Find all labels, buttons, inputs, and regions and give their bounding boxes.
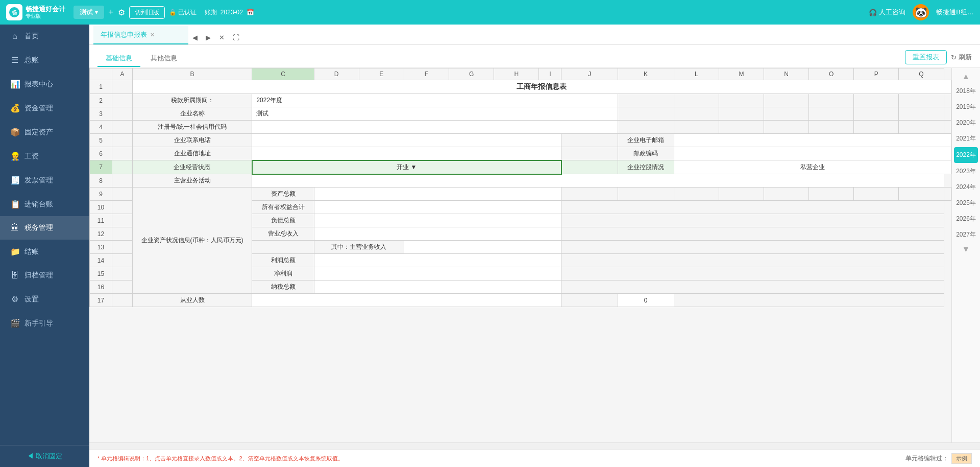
cell-7k[interactable]: 私营企业	[674, 160, 951, 174]
calendar-icon[interactable]: 📅	[247, 9, 254, 16]
tab-close-all-button[interactable]: ✕	[215, 31, 229, 44]
reset-report-button[interactable]: 重置报表	[905, 50, 947, 64]
sidebar-item-报表中心[interactable]: 📊 报表中心	[0, 72, 89, 96]
cell-9q[interactable]	[944, 188, 951, 201]
cell-5a[interactable]	[112, 134, 133, 147]
cell-7a[interactable]	[112, 160, 133, 174]
cell-9p[interactable]	[899, 188, 944, 201]
cell-17i[interactable]	[561, 294, 618, 307]
cell-13rest[interactable]	[561, 241, 944, 254]
year-panel-up[interactable]: ▲	[960, 70, 972, 83]
cell-17l[interactable]	[674, 294, 944, 307]
cell-7c[interactable]: 开业 ▼	[252, 160, 561, 174]
cell-4k[interactable]	[674, 121, 719, 134]
cell-3j[interactable]	[618, 107, 674, 121]
year-item-2018年[interactable]: 2018年	[952, 83, 980, 99]
year-item-2024年[interactable]: 2024年	[952, 179, 980, 195]
cell-8c[interactable]	[252, 174, 944, 188]
support-button[interactable]: 🎧 人工咨询	[869, 8, 905, 17]
cell-9o[interactable]	[854, 188, 899, 201]
cell-11a[interactable]	[112, 214, 133, 227]
col-header-e[interactable]: E	[359, 68, 404, 80]
cell-6a[interactable]	[112, 147, 133, 160]
col-header-b[interactable]: B	[132, 68, 252, 80]
cell-8a[interactable]	[112, 174, 133, 188]
user-name[interactable]: 畅捷通B组…	[936, 8, 974, 17]
year-item-2026年[interactable]: 2026年	[952, 211, 980, 227]
cell-15a[interactable]	[112, 267, 133, 281]
sidebar-item-税务管理[interactable]: 🏛 税务管理	[0, 216, 89, 240]
cell-4c[interactable]	[252, 121, 618, 134]
cell-4p[interactable]	[899, 121, 944, 134]
pin-sidebar-button[interactable]: ◀ 取消固定	[0, 446, 89, 467]
cell-14rest[interactable]	[561, 254, 944, 267]
add-icon[interactable]: +	[108, 7, 114, 18]
sub-tab-basic[interactable]: 基础信息	[97, 51, 140, 67]
cell-2q[interactable]	[944, 94, 951, 107]
cell-10a[interactable]	[112, 201, 133, 214]
col-header-k[interactable]: K	[618, 68, 674, 80]
year-item-2025年[interactable]: 2025年	[952, 195, 980, 211]
cell-6i[interactable]	[561, 147, 618, 160]
sidebar-item-结账[interactable]: 📁 结账	[0, 240, 89, 264]
cell-3l[interactable]	[719, 107, 764, 121]
cell-16d[interactable]	[314, 281, 561, 294]
cell-15d[interactable]	[314, 267, 561, 281]
cell-9d[interactable]	[314, 188, 561, 201]
cell-11rest[interactable]	[561, 214, 944, 227]
sidebar-item-新手引导[interactable]: 🎬 新手引导	[0, 311, 89, 335]
col-header-n[interactable]: N	[764, 68, 808, 80]
cell-12a[interactable]	[112, 227, 133, 241]
year-item-2022年[interactable]: 2022年	[954, 147, 978, 163]
cell-14a[interactable]	[112, 254, 133, 267]
cell-12rest[interactable]	[561, 227, 944, 241]
year-item-2020年[interactable]: 2020年	[952, 115, 980, 131]
col-header-o[interactable]: O	[809, 68, 854, 80]
settings-icon[interactable]: ⚙	[118, 8, 125, 17]
cell-4l[interactable]	[719, 121, 764, 134]
sidebar-item-发票管理[interactable]: 🧾 发票管理	[0, 168, 89, 192]
year-item-2027年[interactable]: 2027年	[952, 227, 980, 243]
cell-16rest[interactable]	[561, 281, 944, 294]
sidebar-item-进销台账[interactable]: 📋 进销台账	[0, 192, 89, 216]
cell-5c[interactable]	[252, 134, 561, 147]
cell-9j[interactable]	[618, 188, 674, 201]
cell-9k[interactable]	[674, 188, 719, 201]
cell-7i[interactable]	[561, 160, 618, 174]
cell-2j[interactable]	[618, 94, 674, 107]
cell-2p[interactable]	[899, 94, 944, 107]
cell-4q[interactable]	[944, 121, 951, 134]
cell-3p[interactable]	[899, 107, 944, 121]
current-tab[interactable]: 测试 ▾	[74, 6, 104, 19]
cell-title[interactable]: 工商年报信息表	[132, 80, 951, 94]
user-avatar[interactable]: 🐼	[913, 4, 929, 20]
cell-10d[interactable]	[314, 201, 561, 214]
col-header-q[interactable]: Q	[899, 68, 944, 80]
cell-13a[interactable]	[112, 241, 133, 254]
cell-4n[interactable]	[809, 121, 854, 134]
tab-prev-button[interactable]: ◀	[188, 31, 202, 44]
col-header-a[interactable]: A	[112, 68, 133, 80]
cell-2a[interactable]	[112, 94, 133, 107]
cell-3a[interactable]	[112, 107, 133, 121]
col-header-h[interactable]: H	[494, 68, 539, 80]
tab-close-icon-8[interactable]: ✕	[150, 32, 155, 38]
cell-9a[interactable]	[112, 188, 133, 201]
year-item-2023年[interactable]: 2023年	[952, 164, 980, 179]
sidebar-item-总账[interactable]: ☰ 总账	[0, 48, 89, 72]
cell-5k[interactable]	[674, 134, 951, 147]
cell-2m[interactable]	[764, 94, 808, 107]
refresh-button[interactable]: ↻ 刷新	[951, 50, 972, 64]
cell-2o[interactable]	[854, 94, 899, 107]
year-item-2021年[interactable]: 2021年	[952, 131, 980, 147]
cell-17c[interactable]	[252, 294, 561, 307]
col-header-l[interactable]: L	[674, 68, 719, 80]
cell-13f[interactable]	[404, 241, 561, 254]
cell-3q[interactable]	[944, 107, 951, 121]
cell-9l[interactable]	[719, 188, 764, 201]
cell-9i[interactable]	[561, 188, 618, 201]
sidebar-item-首页[interactable]: ⌂ 首页	[0, 25, 89, 48]
cell-4j[interactable]	[618, 121, 674, 134]
cell-4o[interactable]	[854, 121, 899, 134]
cell-16a[interactable]	[112, 281, 133, 294]
